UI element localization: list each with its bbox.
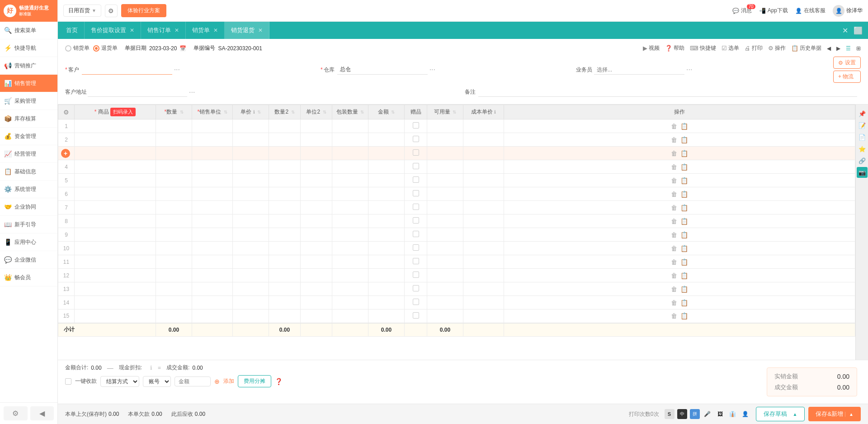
- quantity-cell-9[interactable]: [156, 228, 192, 242]
- price-cell-12[interactable]: [233, 269, 269, 282]
- gift-cell-6[interactable]: [405, 187, 427, 201]
- sidebar-item-apps[interactable]: 📱 应用中心: [0, 233, 57, 251]
- pkgqty-cell-15[interactable]: [332, 310, 368, 323]
- message-btn[interactable]: 💬 70 消息: [732, 7, 752, 14]
- tab-close-icon[interactable]: ✕: [175, 27, 179, 33]
- tab-close-icon[interactable]: ✕: [258, 27, 263, 33]
- gift-checkbox-10[interactable]: [413, 244, 419, 251]
- quantity-cell-11[interactable]: [156, 255, 192, 269]
- amount-cell-11[interactable]: [368, 255, 405, 269]
- copy-row-icon-12[interactable]: 📋: [679, 272, 689, 279]
- help-action[interactable]: ❓ 帮助: [665, 44, 684, 52]
- quantity-cell-8[interactable]: [156, 214, 192, 228]
- gift-cell-3[interactable]: [405, 147, 427, 160]
- unit2-cell-3[interactable]: [301, 147, 332, 160]
- available-cell-15[interactable]: [427, 310, 463, 323]
- radio-sale[interactable]: 销货单: [65, 44, 90, 52]
- gift-checkbox-15[interactable]: [413, 312, 419, 319]
- product-cell-15[interactable]: [75, 310, 156, 323]
- qty2-cell-11[interactable]: [269, 255, 301, 269]
- product-cell-6[interactable]: [75, 187, 156, 201]
- delete-row-icon-5[interactable]: 🗑: [670, 177, 678, 184]
- delete-row-icon-12[interactable]: 🗑: [670, 272, 678, 279]
- settle-method-select[interactable]: 结算方式: [100, 376, 139, 387]
- price-cell-10[interactable]: [233, 242, 269, 255]
- available-cell-13[interactable]: [427, 282, 463, 296]
- copy-row-icon-13[interactable]: 📋: [679, 286, 689, 293]
- price-cell-1[interactable]: [233, 119, 269, 133]
- quantity-cell-2[interactable]: [156, 133, 192, 147]
- available-cell-14[interactable]: [427, 296, 463, 310]
- customer-more-btn[interactable]: ···: [172, 66, 182, 74]
- qty2-cell-5[interactable]: [269, 174, 301, 187]
- qty2-cell-2[interactable]: [269, 133, 301, 147]
- delete-row-icon-9[interactable]: 🗑: [670, 231, 678, 238]
- product-cell-3[interactable]: [75, 147, 156, 160]
- radio-return[interactable]: 退货单: [93, 44, 118, 52]
- footer-icon-zh[interactable]: 中: [677, 409, 687, 419]
- copy-row-icon-5[interactable]: 📋: [679, 177, 689, 184]
- unit2-cell-10[interactable]: [301, 242, 332, 255]
- product-cell-11[interactable]: [75, 255, 156, 269]
- pkgqty-cell-2[interactable]: [332, 133, 368, 147]
- cost-cell-13[interactable]: [463, 282, 504, 296]
- unit2-cell-4[interactable]: [301, 160, 332, 174]
- copy-row-icon-2[interactable]: 📋: [679, 136, 689, 143]
- qty2-cell-6[interactable]: [269, 187, 301, 201]
- gift-cell-2[interactable]: [405, 133, 427, 147]
- unit2-cell-1[interactable]: [301, 119, 332, 133]
- tab-销售订单[interactable]: 销售订单 ✕: [141, 22, 186, 39]
- qty2-cell-7[interactable]: [269, 201, 301, 214]
- sidebar-item-finance[interactable]: 💰 资金管理: [0, 128, 57, 145]
- price-cell-13[interactable]: [233, 282, 269, 296]
- tab-首页[interactable]: 首页: [61, 22, 85, 39]
- gift-checkbox-12[interactable]: [413, 272, 419, 278]
- available-cell-11[interactable]: [427, 255, 463, 269]
- product-cell-13[interactable]: [75, 282, 156, 296]
- unit-cell-3[interactable]: [192, 147, 233, 160]
- unit-cell-11[interactable]: [192, 255, 233, 269]
- amount-cell-13[interactable]: [368, 282, 405, 296]
- fee-split-btn[interactable]: 费用分摊: [238, 375, 271, 387]
- avail-sort-icon[interactable]: ⇅: [453, 110, 456, 114]
- sidebar-item-purchase[interactable]: 🛒 采购管理: [0, 92, 57, 110]
- available-cell-8[interactable]: [427, 214, 463, 228]
- copy-row-icon-6[interactable]: 📋: [679, 191, 689, 198]
- unit-cell-7[interactable]: [192, 201, 233, 214]
- delete-row-icon-7[interactable]: 🗑: [670, 204, 678, 211]
- amount-cell-2[interactable]: [368, 133, 405, 147]
- view-mode-list[interactable]: ☰: [846, 45, 851, 52]
- pkgqty-cell-9[interactable]: [332, 228, 368, 242]
- unit2-cell-7[interactable]: [301, 201, 332, 214]
- product-input-3[interactable]: [77, 150, 153, 157]
- cost-cell-11[interactable]: [463, 255, 504, 269]
- price-cell-3[interactable]: [233, 147, 269, 160]
- add-row-btn[interactable]: +: [61, 149, 70, 158]
- qty2-sort-icon[interactable]: ⇅: [291, 110, 295, 114]
- gift-cell-10[interactable]: [405, 242, 427, 255]
- pkgqty-cell-1[interactable]: [332, 119, 368, 133]
- add-payment-btn[interactable]: ⊕: [214, 378, 220, 385]
- cost-cell-4[interactable]: [463, 160, 504, 174]
- gift-cell-9[interactable]: [405, 228, 427, 242]
- delete-row-icon-6[interactable]: 🗑: [670, 191, 678, 198]
- table-settings-icon[interactable]: ⚙: [63, 109, 69, 116]
- product-cell-8[interactable]: [75, 214, 156, 228]
- copy-row-icon-9[interactable]: 📋: [679, 231, 689, 238]
- shortcut-action[interactable]: ⌨ 快捷键: [690, 44, 716, 52]
- amount-cell-1[interactable]: [368, 119, 405, 133]
- unit2-cell-5[interactable]: [301, 174, 332, 187]
- product-cell-7[interactable]: [75, 201, 156, 214]
- gift-cell-15[interactable]: [405, 310, 427, 323]
- delete-row-icon-4[interactable]: 🗑: [670, 163, 678, 171]
- available-cell-10[interactable]: [427, 242, 463, 255]
- sidebar-settings-btn[interactable]: ⚙: [4, 406, 28, 420]
- amount-cell-12[interactable]: [368, 269, 405, 282]
- tab-销货单[interactable]: 销货单 ✕: [186, 22, 225, 39]
- quantity-cell-5[interactable]: [156, 174, 192, 187]
- remark-input[interactable]: [478, 87, 857, 97]
- tab-close-icon[interactable]: ✕: [213, 27, 218, 33]
- amount-cell-6[interactable]: [368, 187, 405, 201]
- product-cell-2[interactable]: [75, 133, 156, 147]
- sidebar-item-wechat[interactable]: 💬 企业微信: [0, 251, 57, 269]
